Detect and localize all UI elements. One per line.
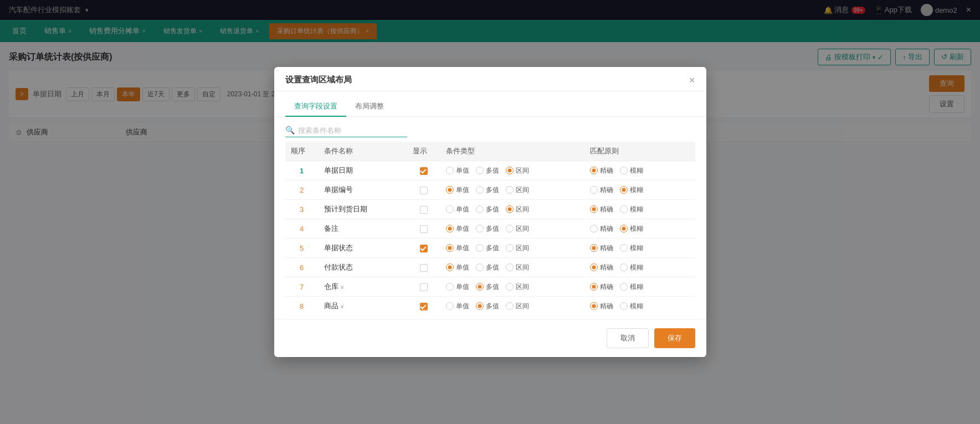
type-range-radio[interactable]: 区间 bbox=[506, 282, 529, 292]
match-fuzzy-radio[interactable]: 模糊 bbox=[620, 224, 643, 234]
match-fuzzy-radio-circle[interactable] bbox=[620, 263, 628, 271]
type-multi-radio[interactable]: 多值 bbox=[476, 224, 499, 234]
row-display[interactable] bbox=[407, 161, 440, 180]
row-display[interactable] bbox=[407, 297, 440, 316]
match-fuzzy-radio-circle[interactable] bbox=[620, 283, 628, 291]
match-fuzzy-radio-circle[interactable] bbox=[620, 225, 628, 232]
type-single-radio-circle[interactable] bbox=[446, 302, 454, 310]
row-display[interactable] bbox=[407, 200, 440, 219]
type-single-radio-circle[interactable] bbox=[446, 225, 454, 232]
type-single-radio[interactable]: 单值 bbox=[446, 205, 469, 214]
type-multi-radio-circle[interactable] bbox=[476, 186, 484, 194]
display-checkbox[interactable] bbox=[420, 303, 428, 311]
display-checkbox[interactable] bbox=[420, 264, 428, 272]
match-fuzzy-radio-circle[interactable] bbox=[620, 186, 628, 194]
match-fuzzy-radio-circle[interactable] bbox=[620, 302, 628, 310]
type-multi-radio[interactable]: 多值 bbox=[476, 282, 499, 292]
display-checkbox[interactable] bbox=[420, 283, 428, 291]
type-range-radio[interactable]: 区间 bbox=[506, 205, 529, 214]
type-range-radio[interactable]: 区间 bbox=[506, 244, 529, 253]
type-range-radio-circle[interactable] bbox=[506, 167, 514, 174]
display-checkbox[interactable] bbox=[420, 245, 428, 252]
type-range-radio-circle[interactable] bbox=[506, 302, 514, 310]
type-multi-radio[interactable]: 多值 bbox=[476, 244, 499, 253]
search-input[interactable] bbox=[298, 126, 398, 135]
type-single-radio-circle[interactable] bbox=[446, 167, 454, 174]
type-single-radio[interactable]: 单值 bbox=[446, 224, 469, 234]
row-display[interactable] bbox=[407, 239, 440, 258]
type-single-radio-circle[interactable] bbox=[446, 283, 454, 291]
type-multi-radio[interactable]: 多值 bbox=[476, 185, 499, 195]
match-exact-radio-circle[interactable] bbox=[590, 205, 598, 213]
match-fuzzy-radio-circle[interactable] bbox=[620, 167, 628, 174]
display-checkbox[interactable] bbox=[420, 225, 428, 233]
type-single-radio-circle[interactable] bbox=[446, 244, 454, 252]
match-fuzzy-radio-circle[interactable] bbox=[620, 244, 628, 252]
match-exact-radio[interactable]: 精确 bbox=[590, 185, 613, 195]
type-range-radio[interactable]: 区间 bbox=[506, 224, 529, 234]
type-range-radio[interactable]: 区间 bbox=[506, 185, 529, 195]
match-fuzzy-radio[interactable]: 模糊 bbox=[620, 282, 643, 292]
type-single-radio[interactable]: 单值 bbox=[446, 302, 469, 311]
row-display[interactable] bbox=[407, 180, 440, 200]
type-single-radio[interactable]: 单值 bbox=[446, 166, 469, 175]
match-exact-radio-circle[interactable] bbox=[590, 167, 598, 174]
row-display[interactable] bbox=[407, 219, 440, 239]
match-exact-radio[interactable]: 精确 bbox=[590, 224, 613, 234]
save-btn[interactable]: 保存 bbox=[654, 328, 695, 348]
type-single-radio-circle[interactable] bbox=[446, 263, 454, 271]
display-checkbox[interactable] bbox=[420, 206, 428, 214]
type-single-radio[interactable]: 单值 bbox=[446, 263, 469, 272]
modal-close-btn[interactable]: × bbox=[689, 75, 695, 85]
display-checkbox[interactable] bbox=[420, 167, 428, 175]
type-single-radio[interactable]: 单值 bbox=[446, 244, 469, 253]
match-exact-radio[interactable]: 精确 bbox=[590, 205, 613, 214]
match-exact-radio[interactable]: 精确 bbox=[590, 282, 613, 292]
row-display[interactable] bbox=[407, 277, 440, 297]
type-multi-radio[interactable]: 多值 bbox=[476, 205, 499, 214]
type-multi-radio-circle[interactable] bbox=[476, 263, 484, 271]
match-exact-radio-circle[interactable] bbox=[590, 263, 598, 271]
type-multi-radio[interactable]: 多值 bbox=[476, 263, 499, 272]
type-range-radio-circle[interactable] bbox=[506, 263, 514, 271]
match-fuzzy-radio[interactable]: 模糊 bbox=[620, 302, 643, 311]
type-single-radio[interactable]: 单值 bbox=[446, 282, 469, 292]
match-fuzzy-radio[interactable]: 模糊 bbox=[620, 263, 643, 272]
row-display[interactable] bbox=[407, 258, 440, 277]
modal-tab-field-settings[interactable]: 查询字段设置 bbox=[285, 97, 346, 117]
match-fuzzy-radio[interactable]: 模糊 bbox=[620, 244, 643, 253]
type-multi-radio-circle[interactable] bbox=[476, 283, 484, 291]
type-multi-radio[interactable]: 多值 bbox=[476, 302, 499, 311]
match-exact-radio-circle[interactable] bbox=[590, 225, 598, 232]
type-single-radio-circle[interactable] bbox=[446, 205, 454, 213]
match-exact-radio[interactable]: 精确 bbox=[590, 302, 613, 311]
match-fuzzy-radio[interactable]: 模糊 bbox=[620, 185, 643, 195]
match-exact-radio[interactable]: 精确 bbox=[590, 263, 613, 272]
modal-tab-layout-adjust[interactable]: 布局调整 bbox=[346, 97, 393, 117]
type-range-radio-circle[interactable] bbox=[506, 283, 514, 291]
type-range-radio-circle[interactable] bbox=[506, 244, 514, 252]
type-range-radio[interactable]: 区间 bbox=[506, 263, 529, 272]
match-fuzzy-radio[interactable]: 模糊 bbox=[620, 205, 643, 214]
match-exact-radio-circle[interactable] bbox=[590, 186, 598, 194]
display-checkbox[interactable] bbox=[420, 187, 428, 194]
type-multi-radio-circle[interactable] bbox=[476, 205, 484, 213]
type-range-radio[interactable]: 区间 bbox=[506, 166, 529, 175]
match-exact-radio[interactable]: 精确 bbox=[590, 244, 613, 253]
match-fuzzy-radio[interactable]: 模糊 bbox=[620, 166, 643, 175]
type-multi-radio-circle[interactable] bbox=[476, 244, 484, 252]
match-exact-radio-circle[interactable] bbox=[590, 283, 598, 291]
type-multi-radio[interactable]: 多值 bbox=[476, 166, 499, 175]
cancel-btn[interactable]: 取消 bbox=[607, 328, 649, 348]
type-range-radio-circle[interactable] bbox=[506, 225, 514, 232]
type-multi-radio-circle[interactable] bbox=[476, 167, 484, 174]
match-exact-radio[interactable]: 精确 bbox=[590, 166, 613, 175]
match-exact-radio-circle[interactable] bbox=[590, 302, 598, 310]
match-fuzzy-radio-circle[interactable] bbox=[620, 205, 628, 213]
match-exact-radio-circle[interactable] bbox=[590, 244, 598, 252]
type-range-radio-circle[interactable] bbox=[506, 205, 514, 213]
row-display[interactable] bbox=[407, 316, 440, 319]
type-single-radio-circle[interactable] bbox=[446, 186, 454, 194]
type-range-radio[interactable]: 区间 bbox=[506, 302, 529, 311]
type-range-radio-circle[interactable] bbox=[506, 186, 514, 194]
